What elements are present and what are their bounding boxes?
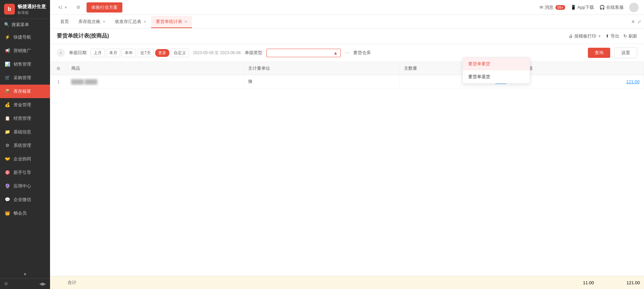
messages-btn[interactable]: ✉ 消息 99+ — [540, 4, 565, 10]
chevron-right-icon: › — [60, 50, 62, 55]
sidebar-item-label: 应用中心 — [14, 183, 31, 189]
print-btn[interactable]: 🖨 按模板打印 ▼ — [569, 33, 601, 39]
footer-total-amount: 121.00 — [599, 280, 640, 285]
table-footer: 合计 11.00 121.00 — [50, 276, 644, 289]
sidebar-item-sales[interactable]: 📊 销售管理 — [0, 58, 50, 71]
page-header-actions: 🖨 按模板打印 ▼ ⬆ 导出 ↻ 刷新 — [569, 33, 637, 43]
refresh-icon: ↻ — [623, 34, 627, 39]
collapse-icon[interactable]: ◀▶ — [39, 281, 46, 286]
date-filter-label: 单据日期 — [69, 50, 87, 56]
finance-icon: 💰 — [4, 102, 11, 108]
maximize-window-btn[interactable]: ⤢ — [637, 19, 641, 24]
sidebar-item-inventory[interactable]: 📦 库存核算 — [0, 85, 50, 98]
appstore-icon: 🔮 — [4, 183, 11, 190]
trial-industry-btn[interactable]: 体验行业方案 — [87, 2, 122, 13]
table-col-settings-icon[interactable]: ⚙ — [56, 66, 61, 71]
custom-date-btn[interactable]: 自定义 — [171, 49, 189, 57]
quick-nav-icon: ⚡ — [4, 34, 11, 41]
headset-icon: 🎧 — [599, 5, 605, 10]
sidebar-item-wechat[interactable]: 💬 企业微信 — [0, 193, 50, 206]
collab-icon: 🤝 — [4, 156, 11, 162]
marketing-icon: 📢 — [4, 47, 11, 54]
sidebar-scroll-down-btn[interactable]: ▼ — [0, 270, 50, 278]
table-col-unit: 主计量单位 — [244, 62, 400, 75]
table-header-row: ⚙ 商品 主计量单位 主数量 零售金额 — [50, 62, 644, 75]
sidebar-item-label: 企业协同 — [14, 156, 31, 162]
sidebar-item-label: 新手引导 — [14, 170, 31, 176]
date-range-display: 2023-05-06 至 2023-06-06 — [193, 50, 241, 56]
tab-inventory-batch[interactable]: 库存批次账 ✕ — [74, 16, 110, 28]
sidebar-item-label: 基础信息 — [14, 129, 31, 135]
sidebar-item-label: 库存核算 — [14, 88, 31, 94]
app-download-btn[interactable]: 📱 App下载 — [571, 4, 594, 10]
page-title: 要货单统计表(按商品) — [57, 32, 109, 44]
gear-icon: ⚙ — [76, 5, 80, 10]
chevron-down-icon: ▼ — [23, 272, 27, 277]
messages-label: 消息 — [545, 4, 553, 10]
sidebar-item-appstore[interactable]: 🔮 应用中心 — [0, 179, 50, 193]
period-this-month-btn[interactable]: 本月 — [106, 49, 120, 57]
settings-icon[interactable]: ⚙ — [4, 281, 8, 286]
row-unit: 块 — [244, 75, 400, 88]
sidebar-item-purchase[interactable]: 🛒 采购管理 — [0, 71, 50, 85]
period-last-7days-btn[interactable]: 近7天 — [137, 49, 154, 57]
app-logo-text: 畅捷通好生意 标准版 — [18, 3, 46, 15]
table-wrapper: ⚙ 商品 主计量单位 主数量 零售金额 — [50, 62, 644, 276]
filter-settings-btn[interactable]: 设置 — [614, 47, 637, 58]
inventory-icon: 📦 — [4, 88, 11, 95]
guide-icon: 🎯 — [4, 169, 11, 176]
table-col-settings[interactable]: ⚙ — [50, 62, 67, 75]
sidebar-item-basic[interactable]: 📁 基础信息 — [0, 125, 50, 139]
dropdown-item-order-goods[interactable]: 要货单要货 — [463, 58, 530, 70]
print-label: 按模板打印 — [574, 33, 596, 39]
warehouse-filter-label: 要货仓库 — [353, 50, 371, 56]
type-select-box[interactable]: ▲ — [266, 49, 341, 57]
row-amount[interactable]: 121.00 — [510, 75, 644, 88]
message-icon: ✉ — [540, 5, 543, 10]
basic-icon: 📁 — [4, 129, 11, 135]
online-service-btn[interactable]: 🎧 在线客服 — [599, 4, 624, 10]
sidebar-item-member[interactable]: 👑 畅会员 — [0, 206, 50, 220]
sidebar-item-quick-nav[interactable]: ⚡ 快捷导航 — [0, 30, 50, 44]
period-this-year-btn[interactable]: 本年 — [122, 49, 136, 57]
table-col-product: 商品 — [67, 62, 244, 75]
sidebar-item-label: 畅会员 — [14, 210, 27, 216]
sidebar-item-label: 营销推广 — [14, 48, 31, 54]
sidebar-item-system[interactable]: ⚙ 系统管理 — [0, 139, 50, 152]
filter-expand-btn[interactable]: › — [57, 49, 65, 57]
sidebar-item-label: 采购管理 — [14, 75, 31, 81]
sidebar: b 畅捷通好生意 标准版 🔍 搜索菜单 ⚡ 快捷导航 📢 营销推广 📊 销售管理… — [0, 0, 50, 289]
footer-total-quantity: 11.00 — [567, 280, 594, 285]
topbar-gear-btn[interactable]: ⚙ — [74, 3, 83, 12]
sidebar-item-operation[interactable]: 📋 经营管理 — [0, 112, 50, 125]
app-logo-icon: b — [4, 4, 15, 15]
export-btn[interactable]: ⬆ 导出 — [605, 33, 619, 39]
sidebar-item-collab[interactable]: 🤝 企业协同 — [0, 152, 50, 166]
filter-more-options-btn[interactable]: ··· — [345, 50, 349, 56]
sidebar-search-btn[interactable]: 🔍 搜索菜单 — [0, 19, 50, 30]
tab-recv-summary-close[interactable]: ✕ — [143, 20, 146, 24]
period-more-btn[interactable]: 更多 — [155, 49, 169, 57]
close-window-btn[interactable]: ✕ — [631, 19, 635, 24]
sidebar-item-guide[interactable]: 🎯 新手引导 — [0, 166, 50, 179]
export-label: 导出 — [611, 33, 619, 39]
dropdown-item-order-return[interactable]: 要货单退货 — [463, 70, 530, 83]
refresh-btn[interactable]: ↻ 刷新 — [623, 33, 637, 39]
sidebar-item-finance[interactable]: 💰 资金管理 — [0, 98, 50, 112]
period-last-month-btn[interactable]: 上月 — [91, 49, 105, 57]
chevron-down-icon: ▼ — [598, 34, 601, 38]
page-content: 要货单统计表(按商品) 🖨 按模板打印 ▼ ⬆ 导出 ↻ 刷新 — [50, 28, 644, 289]
tabbar: 首页 库存批次账 ✕ 收发存汇总表 ✕ 要货单统计表 ✕ ✕ ⤢ — [50, 15, 644, 28]
tab-inventory-batch-close[interactable]: ✕ — [102, 20, 105, 24]
data-table: ⚙ 商品 主计量单位 主数量 零售金额 — [50, 62, 644, 88]
sidebar-nav: ⚡ 快捷导航 📢 营销推广 📊 销售管理 🛒 采购管理 📦 库存核算 💰 资金管… — [0, 30, 50, 270]
store-selector[interactable]: 41 ▼ — [55, 4, 70, 11]
tab-order-summary-close[interactable]: ✕ — [184, 20, 187, 24]
tab-home[interactable]: 首页 — [55, 16, 74, 28]
search-icon: 🔍 — [4, 22, 9, 27]
query-btn[interactable]: 查询 — [588, 48, 610, 58]
user-avatar[interactable] — [629, 3, 639, 12]
sidebar-item-marketing[interactable]: 📢 营销推广 — [0, 44, 50, 58]
tab-recv-summary[interactable]: 收发存汇总表 ✕ — [110, 16, 151, 28]
tab-order-summary[interactable]: 要货单统计表 ✕ — [151, 16, 192, 28]
